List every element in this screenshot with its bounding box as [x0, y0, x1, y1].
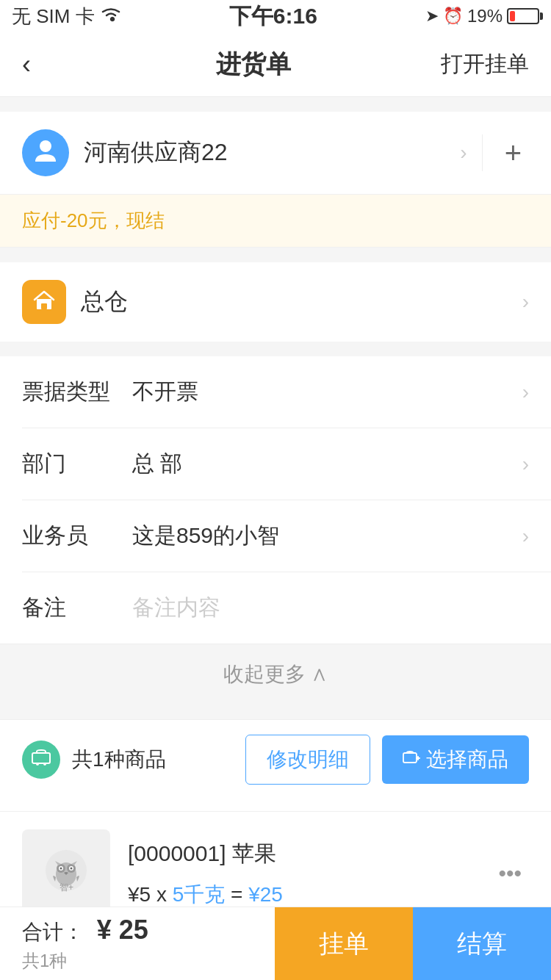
carrier-text: 无 SIM 卡: [12, 4, 95, 29]
product-info: [0000001] 苹果 ¥5 x 5千克 = ¥25: [128, 839, 491, 909]
product-logo-icon: 智+: [40, 845, 92, 903]
product-thumbnail: 智+: [22, 829, 110, 918]
product-header: 共1种商品 修改明细 选择商品: [0, 719, 551, 799]
separator-2: [0, 342, 551, 356]
supplier-name: 河南供应商22: [84, 137, 460, 169]
product-more-button[interactable]: •••: [491, 854, 529, 893]
bottom-bar: 合计： ¥ 25 共1种 挂单 结算: [0, 907, 551, 980]
add-supplier-button[interactable]: +: [497, 137, 529, 170]
remark-label: 备注: [22, 593, 110, 623]
product-quantity: 5千克: [173, 883, 226, 906]
department-label: 部门: [22, 449, 110, 479]
back-button[interactable]: ‹: [22, 49, 66, 80]
product-total: ¥25: [248, 883, 283, 906]
wifi-icon: [101, 5, 121, 28]
total-amount: ¥ 25: [97, 915, 148, 945]
svg-rect-2: [41, 303, 47, 309]
product-code: [0000001]: [128, 841, 226, 865]
status-time: 下午6:16: [229, 1, 317, 32]
product-unit-price: ¥5: [128, 883, 151, 906]
separator-1: [0, 248, 551, 262]
chevron-right-icon-dept: ›: [522, 453, 529, 476]
status-left: 无 SIM 卡: [12, 4, 121, 29]
alarm-icon: ⏰: [443, 7, 463, 26]
battery-icon: [507, 8, 539, 24]
chevron-right-icon-warehouse: ›: [522, 290, 529, 314]
warehouse-icon: [22, 280, 66, 324]
avatar: [22, 129, 69, 176]
salesperson-label: 业务员: [22, 521, 110, 551]
svg-point-15: [60, 867, 62, 869]
collapse-section[interactable]: 收起更多 ∧: [0, 644, 551, 705]
salesperson-row[interactable]: 业务员 这是859的小智 ›: [0, 500, 551, 572]
total-label: 合计：: [22, 920, 84, 943]
warehouse-name: 总仓: [81, 286, 522, 318]
warehouse-house-icon: [33, 289, 55, 315]
checkout-button[interactable]: 结算: [413, 907, 551, 981]
total-count: 共1种: [22, 949, 253, 973]
price-multiply: x: [156, 883, 173, 906]
battery-percent: 19%: [467, 6, 503, 26]
svg-text:智+: 智+: [60, 882, 73, 893]
suspend-button[interactable]: 挂单: [275, 907, 413, 981]
salesperson-value: 这是859的小智: [110, 521, 522, 551]
open-pending-button[interactable]: 打开挂单: [441, 49, 529, 79]
avatar-icon: [32, 137, 59, 169]
battery-fill: [510, 11, 515, 21]
product-price-row: ¥5 x 5千克 = ¥25: [128, 881, 491, 909]
invoice-type-value: 不开票: [110, 377, 522, 407]
page-title: 进货单: [216, 48, 291, 82]
separator-3: [0, 705, 551, 719]
select-product-button[interactable]: 选择商品: [382, 735, 529, 784]
chevron-right-icon-invoice: ›: [522, 381, 529, 404]
remark-input[interactable]: 备注内容: [110, 593, 529, 623]
product-section: 共1种商品 修改明细 选择商品: [0, 719, 551, 935]
total-section: 合计： ¥ 25 共1种: [0, 915, 275, 973]
chevron-right-icon: ›: [460, 141, 467, 165]
svg-point-4: [36, 763, 39, 765]
department-row[interactable]: 部门 总 部 ›: [0, 428, 551, 500]
product-count-text: 共1种商品: [72, 746, 245, 774]
notice-bar: 应付-20元，现结: [0, 195, 551, 248]
total-row: 合计： ¥ 25: [22, 915, 253, 946]
status-right: ➤ ⏰ 19%: [425, 6, 539, 26]
notice-text: 应付-20元，现结: [22, 209, 165, 231]
select-product-icon: [403, 749, 420, 770]
chevron-right-icon-sales: ›: [522, 525, 529, 548]
top-separator: [0, 97, 551, 112]
svg-point-5: [43, 763, 46, 765]
location-icon: ➤: [425, 7, 439, 26]
product-count-icon: [22, 741, 60, 779]
svg-rect-3: [32, 753, 50, 763]
supplier-row[interactable]: 河南供应商22 › +: [0, 112, 551, 195]
warehouse-section: 总仓 ›: [0, 262, 551, 342]
edit-detail-button[interactable]: 修改明细: [245, 735, 370, 785]
invoice-type-label: 票据类型: [22, 377, 110, 407]
svg-rect-6: [403, 753, 417, 763]
product-title: 苹果: [232, 841, 276, 865]
select-product-label: 选择商品: [426, 746, 508, 774]
remark-row[interactable]: 备注 备注内容: [0, 572, 551, 644]
price-equals: =: [231, 883, 248, 906]
vertical-divider: [482, 134, 483, 171]
invoice-type-row[interactable]: 票据类型 不开票 ›: [0, 356, 551, 428]
status-bar: 无 SIM 卡 下午6:16 ➤ ⏰ 19%: [0, 0, 551, 32]
department-value: 总 部: [110, 449, 522, 479]
cart-icon: [31, 749, 51, 771]
warehouse-row[interactable]: 总仓 ›: [0, 262, 551, 342]
svg-point-0: [40, 140, 51, 152]
collapse-text: 收起更多 ∧: [223, 660, 328, 688]
svg-point-16: [71, 867, 73, 869]
form-section: 票据类型 不开票 › 部门 总 部 › 业务员 这是859的小智 › 备注 备注…: [0, 356, 551, 705]
supplier-section: 河南供应商22 › + 应付-20元，现结: [0, 112, 551, 248]
nav-bar: ‹ 进货单 打开挂单: [0, 32, 551, 97]
product-name: [0000001] 苹果: [128, 839, 491, 869]
